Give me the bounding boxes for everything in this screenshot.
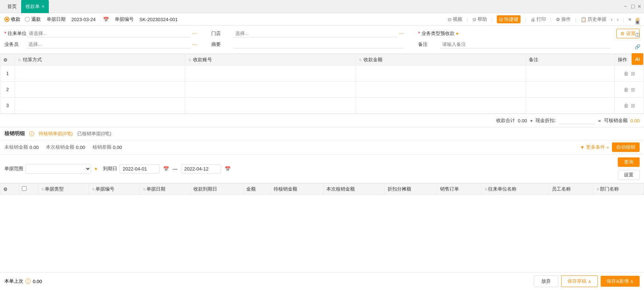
abandon-button[interactable]: 放弃 bbox=[534, 275, 558, 287]
sub-col-sales-order: 销售订单 bbox=[437, 184, 482, 195]
account-cell-2[interactable] bbox=[185, 82, 356, 98]
current-verify-amount: 本次核销金额 0.00 bbox=[46, 144, 85, 150]
filter-row: 单据范围 ▾ 到期日 📅 — 📅 查询 设置 bbox=[0, 154, 644, 183]
discount-input[interactable] bbox=[559, 117, 595, 124]
receipt-radio[interactable]: 收款 bbox=[4, 16, 20, 23]
delete-icon-2[interactable]: 🗑 bbox=[624, 87, 629, 93]
amount-cell-2[interactable] bbox=[356, 82, 526, 98]
col-settlement: ⇅ 结算方式 bbox=[15, 54, 185, 66]
remark-cell-2[interactable] bbox=[526, 82, 615, 98]
video-btn[interactable]: ⊙ 视频 bbox=[448, 16, 462, 23]
end-cal-icon[interactable]: 📅 bbox=[225, 166, 231, 172]
nav-prev-btn[interactable]: ‹ bbox=[611, 17, 612, 22]
table-settings-col[interactable]: ⚙ bbox=[0, 54, 15, 66]
row-num-2: 2 bbox=[0, 82, 15, 98]
amount-cell-3[interactable] bbox=[356, 98, 526, 114]
per-order-info-icon[interactable]: i bbox=[25, 279, 31, 284]
unverified-label: 未核销金额 bbox=[4, 144, 28, 150]
verify-section-header: 核销明细 i 待核销单据(0笔) 已核销单据(0笔) bbox=[0, 128, 644, 140]
current-label: 本次核销金额 bbox=[46, 144, 74, 150]
range-dropdown-icon[interactable]: ▾ bbox=[95, 166, 97, 172]
delete-icon-1[interactable]: 🗑 bbox=[624, 71, 629, 77]
toolbar: 收款 退款 单据日期 2023-03-24 📅 单据编号 SK-20230324… bbox=[0, 13, 644, 26]
sidebar-icon-4[interactable]: Ai bbox=[632, 53, 643, 65]
help-btn[interactable]: ⊙ 帮助 bbox=[472, 16, 487, 23]
save-new-button[interactable]: 保存&新增 ∧ bbox=[601, 276, 640, 287]
due-date-start-input[interactable] bbox=[119, 164, 160, 173]
filter-icon: ▼ bbox=[580, 145, 585, 150]
calendar-icon[interactable]: 📅 bbox=[103, 17, 109, 22]
total-label: 收款合计 bbox=[496, 117, 515, 124]
tab-receipt[interactable]: 收款单 × bbox=[21, 0, 49, 13]
counterpart-more-btn[interactable]: ··· bbox=[192, 30, 197, 37]
shortcut-btn[interactable]: ⊟ 快捷键 bbox=[497, 15, 521, 23]
pending-tab[interactable]: 待核销单据(0笔) bbox=[39, 130, 73, 137]
minimize-icon[interactable]: － bbox=[623, 3, 628, 10]
tab-close-icon[interactable]: × bbox=[42, 4, 44, 9]
unverified-value: 0.00 bbox=[30, 145, 39, 150]
col-remark: 备注 bbox=[526, 54, 615, 66]
salesman-input[interactable] bbox=[26, 40, 191, 48]
salesman-field: 业务员 ··· bbox=[4, 40, 197, 48]
settings-icon: ⚙ bbox=[3, 57, 8, 63]
close-icon[interactable]: × bbox=[638, 3, 641, 10]
sidebar-icon-2[interactable]: ◫ bbox=[632, 28, 643, 40]
sub-col-date: ⇅单据日期 bbox=[140, 184, 190, 195]
salesman-label: 业务员 bbox=[4, 41, 26, 48]
account-cell-1[interactable] bbox=[185, 66, 356, 82]
maximize-icon[interactable]: □ bbox=[631, 3, 635, 10]
refund-radio-dot bbox=[25, 17, 30, 22]
delete-icon-3[interactable]: 🗑 bbox=[624, 103, 629, 109]
business-type-dropdown-icon[interactable]: ▾ bbox=[456, 31, 459, 36]
settlement-cell-1[interactable] bbox=[15, 66, 185, 82]
more-conditions-label: 更多条件 bbox=[586, 144, 605, 150]
diff-amount: 核销差额 0.00 bbox=[93, 144, 122, 150]
amount-cell-1[interactable] bbox=[356, 66, 526, 82]
memo-input[interactable] bbox=[233, 40, 404, 48]
sub-col-checkbox-th bbox=[19, 184, 38, 195]
settlement-cell-2[interactable] bbox=[15, 82, 185, 98]
receipt-type-group: 收款 退款 bbox=[4, 16, 41, 23]
operation-btn[interactable]: ⚙ 操作 bbox=[556, 16, 571, 23]
remark-input[interactable] bbox=[440, 40, 610, 48]
due-date-end-input[interactable] bbox=[181, 164, 221, 173]
date-label: 单据日期 bbox=[47, 16, 66, 23]
tab-home-label: 首页 bbox=[7, 3, 17, 10]
remark-cell-1[interactable] bbox=[526, 66, 615, 82]
refund-radio[interactable]: 退款 bbox=[25, 16, 41, 23]
done-tab[interactable]: 已核销单据(0笔) bbox=[77, 130, 111, 137]
remark-cell-3[interactable] bbox=[526, 98, 615, 114]
sub-col-discount: 折扣分摊额 bbox=[384, 184, 437, 195]
salesman-more-btn[interactable]: ··· bbox=[192, 41, 197, 48]
verify-info-icon[interactable]: i bbox=[29, 131, 34, 136]
discount-label: 现金折扣: bbox=[535, 117, 556, 124]
store-label: 门店 bbox=[211, 30, 233, 37]
memo-label: 摘要 bbox=[211, 41, 233, 48]
nav-next-btn[interactable]: › bbox=[617, 17, 619, 22]
form-row-2: 业务员 ··· 摘要 备注 bbox=[4, 40, 640, 48]
per-order-label: 本单上次 bbox=[4, 278, 23, 285]
gear-icon: ⚙ bbox=[620, 31, 625, 36]
history-btn[interactable]: 📋 历史单据 bbox=[581, 16, 606, 23]
start-cal-icon[interactable]: 📅 bbox=[163, 166, 169, 172]
draft-chevron-icon: ∧ bbox=[588, 279, 592, 284]
refund-label: 退款 bbox=[31, 16, 41, 23]
store-field: 门店 ··· bbox=[211, 30, 404, 38]
store-more-btn[interactable]: ··· bbox=[399, 30, 404, 37]
unverified-amount: 未核销金额 0.00 bbox=[4, 144, 39, 150]
print-btn[interactable]: 🖨 打印 bbox=[531, 16, 546, 23]
select-all-checkbox[interactable] bbox=[22, 186, 27, 191]
counterpart-input[interactable] bbox=[27, 30, 191, 38]
sidebar-icon-1[interactable]: ▣ bbox=[632, 16, 643, 28]
account-cell-3[interactable] bbox=[185, 98, 356, 114]
store-input[interactable] bbox=[233, 30, 397, 38]
sidebar-icon-3[interactable]: 🔗 bbox=[632, 41, 643, 52]
tab-home[interactable]: 首页 bbox=[3, 0, 21, 13]
more-conditions-btn[interactable]: ▼ 更多条件 ∧ bbox=[580, 144, 609, 150]
business-type-field: 业务类型 预收款 ▾ bbox=[418, 30, 610, 37]
help-icon: ⊙ bbox=[472, 17, 476, 22]
draft-button[interactable]: 保存草稿 ∧ bbox=[561, 275, 598, 287]
settlement-cell-3[interactable] bbox=[15, 98, 185, 114]
sub-col-settings[interactable]: ⚙ bbox=[0, 184, 19, 195]
range-select[interactable] bbox=[25, 164, 91, 174]
